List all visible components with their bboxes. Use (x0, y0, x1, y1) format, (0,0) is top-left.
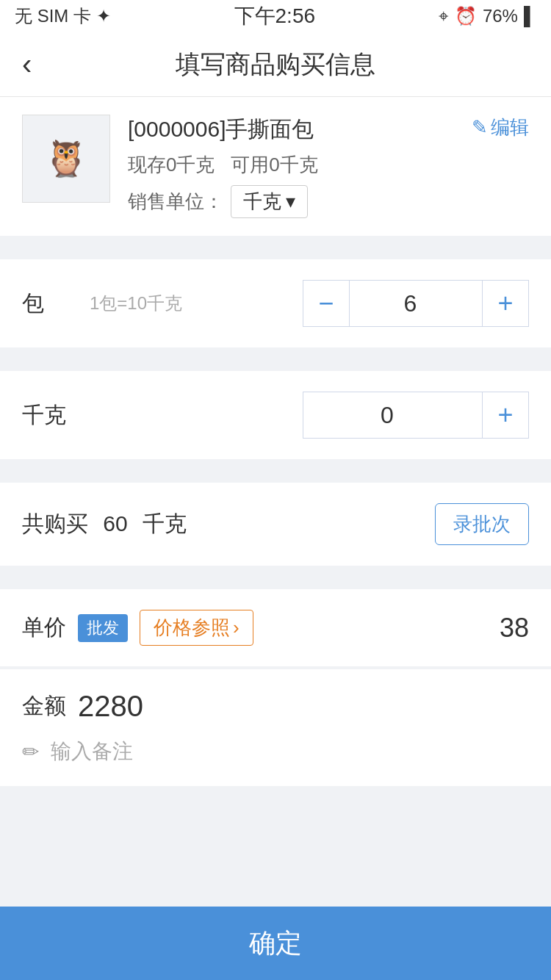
alarm-icon: ⏰ (455, 6, 477, 26)
kilogram-section: 千克 + (0, 371, 551, 459)
kilogram-label: 千克 (22, 400, 81, 430)
amount-row: 金额 2280 (22, 690, 529, 723)
divider-4 (0, 577, 551, 589)
confirm-button[interactable]: 确定 (0, 907, 551, 980)
kilogram-quantity-control: + (303, 392, 529, 439)
status-left: 无 SIM 卡 ✦ (15, 4, 111, 28)
package-increment-button[interactable]: + (482, 280, 529, 327)
dropdown-icon: ▾ (286, 190, 295, 213)
amount-section: 金额 2280 ✏ 输入备注 (0, 669, 551, 786)
chevron-right-icon: › (233, 616, 240, 639)
kilogram-increment-button[interactable]: + (482, 392, 529, 439)
total-text: 共购买 60 千克 (22, 509, 187, 539)
product-name: [0000006]手撕面包 (128, 115, 314, 145)
product-card: 🦉 [0000006]手撕面包 ✎ 编辑 现存0千克 可用0千克 销售单位： 千… (0, 97, 551, 236)
package-label: 包 (22, 289, 81, 319)
price-tag: 批发 (78, 614, 128, 642)
package-quantity-control: − + (303, 280, 529, 327)
amount-label: 金额 (22, 691, 66, 721)
amount-value: 2280 (78, 690, 143, 723)
price-row: 单价 批发 价格参照 › 38 (22, 610, 529, 646)
product-thumbnail-icon: 🦉 (44, 138, 88, 179)
price-left: 单价 批发 价格参照 › (22, 610, 253, 646)
batch-button[interactable]: 录批次 (435, 503, 529, 545)
package-section: 包 1包=10千克 − + (0, 259, 551, 347)
price-ref-button[interactable]: 价格参照 › (140, 610, 253, 646)
confirm-button-label: 确定 (249, 926, 302, 962)
status-right: ⌖ ⏰ 76% ▌ (439, 6, 536, 26)
total-quantity: 60 (103, 511, 127, 536)
price-section: 单价 批发 价格参照 › 38 (0, 589, 551, 666)
status-bar: 无 SIM 卡 ✦ 下午2:56 ⌖ ⏰ 76% ▌ (0, 0, 551, 32)
pencil-icon: ✏ (22, 740, 39, 764)
product-info: [0000006]手撕面包 ✎ 编辑 现存0千克 可用0千克 销售单位： 千克 … (128, 115, 529, 218)
unit-select[interactable]: 千克 ▾ (231, 185, 308, 218)
package-sublabel: 1包=10千克 (90, 292, 303, 315)
price-value: 38 (500, 613, 529, 644)
edit-icon: ✎ (472, 116, 488, 139)
divider-1 (0, 248, 551, 259)
divider-3 (0, 471, 551, 483)
edit-button[interactable]: ✎ 编辑 (472, 115, 529, 140)
divider-2 (0, 359, 551, 371)
package-input[interactable] (350, 280, 482, 327)
product-image: 🦉 (22, 115, 110, 203)
kilogram-row: 千克 + (0, 371, 551, 459)
remark-row[interactable]: ✏ 输入备注 (22, 738, 529, 765)
location-icon: ⌖ (439, 6, 449, 26)
price-label: 单价 (22, 613, 66, 643)
package-decrement-button[interactable]: − (303, 280, 350, 327)
kilogram-input[interactable] (303, 392, 482, 439)
total-row: 共购买 60 千克 录批次 (0, 483, 551, 566)
battery-icon: ▌ (524, 6, 536, 26)
page-title: 填写商品购买信息 (176, 48, 375, 82)
remark-placeholder: 输入备注 (51, 738, 133, 765)
status-time: 下午2:56 (234, 2, 316, 30)
back-button[interactable]: ‹ (22, 48, 32, 81)
carrier-text: 无 SIM 卡 ✦ (15, 4, 111, 28)
product-unit: 销售单位： 千克 ▾ (128, 185, 529, 218)
product-stock: 现存0千克 可用0千克 (128, 152, 529, 178)
nav-bar: ‹ 填写商品购买信息 (0, 32, 551, 97)
battery-text: 76% (483, 6, 518, 26)
package-row: 包 1包=10千克 − + (0, 259, 551, 347)
